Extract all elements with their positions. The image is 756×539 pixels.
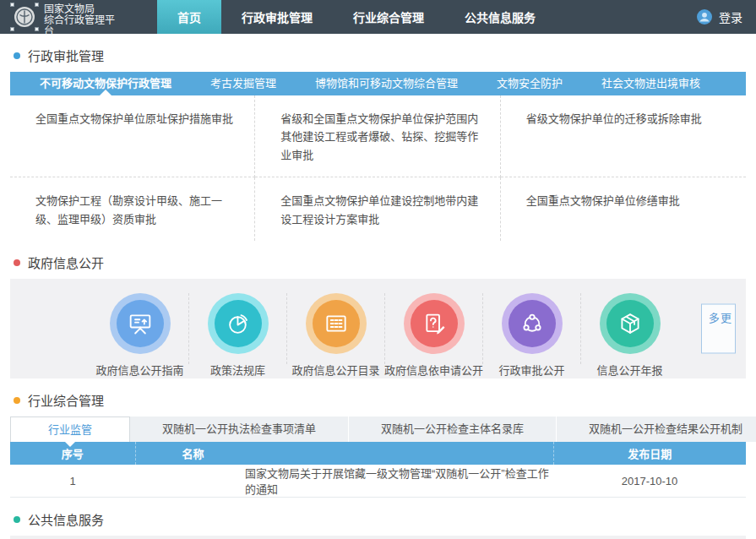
approval-item[interactable]: 省级文物保护单位的迁移或拆除审批 bbox=[501, 95, 746, 177]
tab-inspection-item-list[interactable]: 双随机一公开执法检查事项清单 bbox=[130, 416, 349, 442]
tab-inspection-result-mechanism[interactable]: 双随机一公开检查结果公开机制 bbox=[557, 416, 756, 442]
column-header-date: 发布日期 bbox=[553, 442, 746, 465]
approval-item[interactable]: 全国重点文物保护单位建设控制地带内建设工程设计方案审批 bbox=[255, 177, 500, 241]
nav-public-info-service[interactable]: 公共信息服务 bbox=[444, 0, 556, 34]
cell-notice-link[interactable]: 国家文物局关于开展馆藏一级文物管理“双随机一公开”检查工作的通知 bbox=[135, 465, 553, 498]
bullet-dot bbox=[14, 52, 20, 59]
tab-label: 行业监管 bbox=[48, 423, 92, 436]
tab-relics-security[interactable]: 文物安全防护 bbox=[477, 72, 582, 95]
govinfo-annual-report[interactable]: 信息公开年报 bbox=[581, 293, 678, 378]
nav-industry-management[interactable]: 行业综合管理 bbox=[333, 0, 444, 34]
table-header: 序号 名称 发布日期 bbox=[10, 442, 746, 465]
govinfo-approval-disclosure[interactable]: 行政审批公开 bbox=[483, 293, 580, 378]
login-button[interactable]: 登录 bbox=[696, 0, 742, 34]
industry-tab-bar: 行业监管 双随机一公开执法检查事项清单 双随机一公开检查主体名录库 双随机一公开… bbox=[10, 416, 746, 442]
cell-date: 2017-10-10 bbox=[553, 465, 746, 498]
section-title-text: 行业综合管理 bbox=[28, 391, 104, 409]
presentation-board-icon bbox=[117, 300, 164, 347]
selection-handle bbox=[10, 27, 14, 31]
site-logo bbox=[12, 4, 37, 30]
tab-museum-movable-relics[interactable]: 博物馆和可移动文物综合管理 bbox=[296, 72, 477, 95]
nav-administrative-approval[interactable]: 行政审批管理 bbox=[221, 0, 333, 34]
approval-tab-bar: 不可移动文物保护行政管理 考古发掘管理 博物馆和可移动文物综合管理 文物安全防护… bbox=[10, 72, 746, 95]
bullet-dot bbox=[14, 397, 20, 404]
active-tab-notch bbox=[65, 442, 75, 447]
gov-info-panel: 政府信息公开指南 政策法规库 bbox=[10, 279, 746, 378]
site-title: 国家文物局 综合行政管理平台 bbox=[44, 0, 122, 34]
pie-chart-icon bbox=[215, 300, 262, 347]
more-button[interactable]: 更多 bbox=[701, 304, 736, 354]
govinfo-policy-library[interactable]: 政策法规库 bbox=[189, 293, 286, 378]
table-row: 1 国家文物局关于开展馆藏一级文物管理“双随机一公开”检查工作的通知 2017-… bbox=[10, 465, 746, 498]
approval-item[interactable]: 全国重点文物保护单位原址保护措施审批 bbox=[10, 95, 255, 177]
login-label: 登录 bbox=[719, 8, 742, 25]
govinfo-guide[interactable]: 政府信息公开指南 bbox=[91, 293, 188, 378]
main-content: 行政审批管理 不可移动文物保护行政管理 考古发掘管理 博物馆和可移动文物综合管理… bbox=[0, 46, 756, 539]
icon-ring bbox=[208, 293, 269, 354]
section-title-text: 政府信息公开 bbox=[28, 253, 104, 271]
section-title-gov-info: 政府信息公开 bbox=[14, 253, 742, 271]
industry-table: 序号 名称 发布日期 1 国家文物局关于开展馆藏一级文物管理“双随机一公开”检查… bbox=[10, 442, 746, 498]
approval-item[interactable]: 省级和全国重点文物保护单位保护范围内其他建设工程或者爆破、钻探、挖掘等作业审批 bbox=[255, 95, 500, 177]
section-title-text: 公共信息服务 bbox=[28, 510, 104, 528]
cell-no: 1 bbox=[10, 465, 135, 498]
top-header: 国家文物局 综合行政管理平台 首页 行政审批管理 行业综合管理 公共信息服务 登… bbox=[0, 0, 756, 34]
section-title-approval: 行政审批管理 bbox=[14, 46, 742, 64]
section-title-public-service: 公共信息服务 bbox=[14, 510, 742, 528]
emblem-icon bbox=[14, 6, 35, 28]
active-tab-notch bbox=[100, 90, 111, 95]
govinfo-by-request[interactable]: 政府信息依申请公开 bbox=[385, 293, 482, 378]
user-icon bbox=[696, 8, 713, 25]
top-nav: 首页 行政审批管理 行业综合管理 公共信息服务 bbox=[157, 0, 556, 34]
icon-ring bbox=[110, 293, 171, 354]
approval-item[interactable]: 文物保护工程（勘察设计甲级、施工一级、监理甲级）资质审批 bbox=[10, 177, 255, 241]
icon-ring bbox=[502, 293, 563, 354]
icon-ring bbox=[306, 293, 367, 354]
icon-label: 政策法规库 bbox=[210, 362, 265, 378]
section-title-industry: 行业综合管理 bbox=[14, 391, 742, 409]
bullet-dot bbox=[14, 259, 20, 266]
tab-inspection-subject-registry[interactable]: 双随机一公开检查主体名录库 bbox=[349, 416, 557, 442]
share-network-icon bbox=[509, 300, 556, 347]
site-title-line2: 综合行政管理平台 bbox=[44, 15, 122, 37]
bullet-dot bbox=[14, 516, 20, 523]
selection-handle bbox=[35, 3, 39, 7]
public-service-panel: 不可移动文物信息 可移动文物信息 ⌂ 中国的世界遗产 ★ 全国重点文物保护单位 bbox=[10, 536, 746, 539]
icon-label: 政府信息公开指南 bbox=[95, 362, 183, 378]
tab-archaeology-management[interactable]: 考古发掘管理 bbox=[191, 72, 296, 95]
icon-ring bbox=[600, 293, 661, 354]
section-gov-info-disclosure: 政府信息公开 政府信息公开指南 bbox=[10, 253, 746, 378]
tab-industry-supervision[interactable]: 行业监管 bbox=[10, 416, 130, 442]
request-doc-icon bbox=[411, 300, 458, 347]
selection-handle bbox=[10, 3, 14, 7]
column-header-name: 名称 bbox=[135, 442, 553, 465]
tab-immovable-relics-admin[interactable]: 不可移动文物保护行政管理 bbox=[20, 72, 191, 95]
icon-label: 政府信息依申请公开 bbox=[384, 362, 483, 378]
section-administrative-approval: 行政审批管理 不可移动文物保护行政管理 考古发掘管理 博物馆和可移动文物综合管理… bbox=[10, 46, 746, 241]
nav-home[interactable]: 首页 bbox=[157, 0, 221, 34]
tab-label: 不可移动文物保护行政管理 bbox=[40, 77, 171, 90]
catalog-grid-icon bbox=[313, 300, 360, 347]
section-industry-management: 行业综合管理 行业监管 双随机一公开执法检查事项清单 双随机一公开检查主体名录库… bbox=[10, 391, 746, 498]
selection-handle bbox=[35, 27, 39, 31]
cube-icon bbox=[606, 300, 654, 347]
tab-entry-exit-review[interactable]: 社会文物进出境审核 bbox=[582, 72, 720, 95]
approval-item[interactable]: 全国重点文物保护单位修缮审批 bbox=[501, 177, 746, 241]
approval-grid: 全国重点文物保护单位原址保护措施审批 省级和全国重点文物保护单位保护范围内其他建… bbox=[10, 95, 746, 241]
icon-label: 行政审批公开 bbox=[498, 362, 564, 378]
section-public-info-service: 公共信息服务 不可移动文物信息 可移动文物信息 ⌂ 中国的世界遗产 bbox=[10, 510, 746, 539]
icon-label: 信息公开年报 bbox=[596, 362, 662, 378]
icon-ring bbox=[404, 293, 465, 354]
govinfo-catalog[interactable]: 政府信息公开目录 bbox=[287, 293, 384, 378]
page: 国家文物局 综合行政管理平台 首页 行政审批管理 行业综合管理 公共信息服务 登… bbox=[0, 0, 756, 539]
section-title-text: 行政审批管理 bbox=[28, 46, 104, 64]
icon-label: 政府信息公开目录 bbox=[291, 362, 379, 378]
